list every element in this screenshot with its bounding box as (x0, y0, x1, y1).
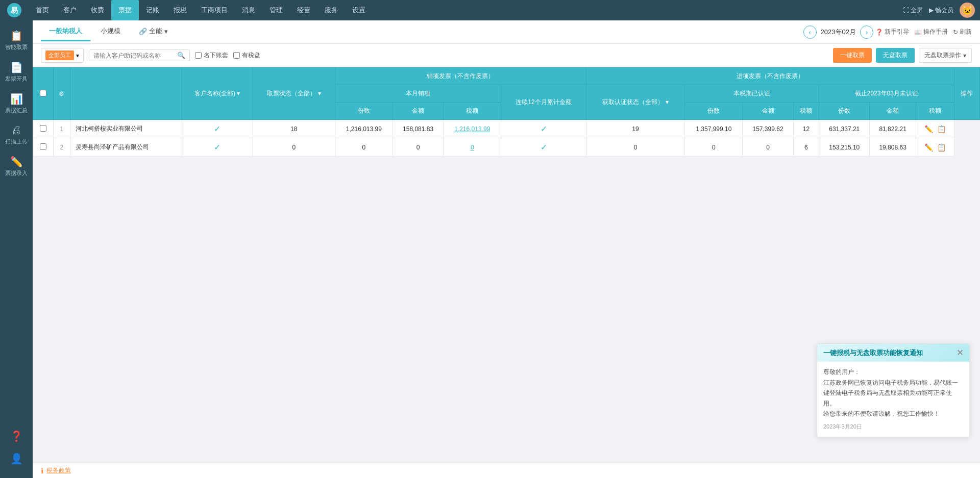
footer-bar[interactable]: ℹ 税务政策 (33, 463, 980, 478)
row-actions-0: ✏️ 📋 (916, 120, 954, 138)
sidebar-item-ticket-summary[interactable]: 📊 票据汇总 (0, 88, 33, 119)
th-cert-status[interactable]: 获取认证状态（全部） ▾ (586, 85, 685, 120)
has-disk-check[interactable] (233, 52, 240, 59)
toolbar: 全部员工 ▾ 🔍 名下账套 有税盘 一键取票 无盘取票 无盘取票操作 ▾ (33, 44, 980, 67)
table-row: 1 河北柯搭桉实业有限公司 ✓ 18 1,216,013.99 158,081.… (33, 120, 980, 138)
th-unrec-amount: 金额 (870, 103, 916, 120)
next-month-btn[interactable]: › (860, 26, 873, 39)
oneclick-btn[interactable]: 一键取票 (833, 48, 872, 63)
tab-actions: ❓ 新手引导 📖 操作手册 ↻ 刷新 (875, 28, 972, 36)
search-box[interactable]: 🔍 (89, 49, 190, 61)
ticket-entry-icon: ✏️ (10, 156, 23, 168)
th-sales-tax: 税额 (444, 103, 501, 120)
th-rec-tax: 税额 (793, 103, 819, 120)
row-unrec-tax-0: 81,822.21 (870, 120, 916, 138)
nav-settings[interactable]: 设置 (345, 0, 373, 20)
app-logo: 易 (5, 1, 23, 19)
sidebar-item-invoice-open[interactable]: 📄 发票开具 (0, 56, 33, 88)
copy-btn-0[interactable]: 📋 (937, 125, 946, 133)
th-month-sales: 本月销项 (335, 85, 501, 103)
row-unrec-count-1: 6 (793, 138, 819, 157)
row-customer-1: 灵寿县尚泽矿产品有限公司 (70, 138, 182, 157)
row-cumulative-0[interactable]: 1,216,013.99 (444, 120, 501, 138)
sidebar-item-ticket-entry[interactable]: ✏️ 票据录入 (0, 150, 33, 182)
smart-ticket-icon: 📋 (10, 30, 23, 42)
notification-popup: 一键报税与无盘取票功能恢复通知 ✕ 尊敬的用户： 江苏政务网已恢复访问电子税务局… (817, 343, 970, 437)
scan-upload-icon: 🖨 (11, 124, 21, 136)
checkbox-has-disk[interactable]: 有税盘 (233, 51, 260, 60)
notification-header: 一键报税与无盘取票功能恢复通知 ✕ (817, 344, 969, 362)
row-sales-tax-1: 0 (393, 138, 443, 157)
manual-btn[interactable]: 📖 操作手册 (914, 28, 948, 36)
new-guide-btn[interactable]: ❓ 新手引导 (875, 28, 909, 36)
row-check-1[interactable] (33, 138, 54, 157)
tab-general-taxpayer[interactable]: 一般纳税人 (41, 22, 90, 41)
checkbox-my-accounts[interactable]: 名下账套 (195, 51, 228, 60)
sidebar-help[interactable]: ❓ (8, 425, 25, 447)
vip-btn[interactable]: ▶ 畅会员 (929, 6, 953, 15)
filter-icon2: ▾ (318, 90, 321, 97)
nav-home[interactable]: 首页 (29, 0, 56, 20)
employee-tag: 全部员工 (45, 51, 74, 60)
my-accounts-check[interactable] (195, 52, 202, 59)
notification-text: 江苏政务网已恢复访问电子税务局功能，易代账一键登陆电子税务局与无盘取票相关功能可… (823, 378, 963, 409)
th-customer[interactable]: 客户名称(全部) ▾ (182, 68, 253, 120)
notification-close-btn[interactable]: ✕ (957, 348, 963, 358)
sidebar-item-smart-ticket[interactable]: 📋 智能取票 (0, 24, 33, 56)
select-all-check[interactable] (40, 90, 46, 96)
sidebar-item-scan-upload[interactable]: 🖨 扫描上传 (0, 119, 33, 150)
row-sales-count-1: 0 (253, 138, 335, 157)
row-cert-status-0: ✓ (501, 120, 586, 138)
row-customer-0: 河北柯搭桉实业有限公司 (70, 120, 182, 138)
th-unrecognized: 截止2023年03月未认证 (819, 85, 954, 103)
notification-date: 2023年3月20日 (823, 422, 963, 432)
all-icon: 🔗 (139, 28, 147, 35)
nav-operation[interactable]: 经营 (290, 0, 317, 20)
th-unrec-tax: 税额 (916, 103, 954, 120)
nav-customer[interactable]: 客户 (56, 0, 84, 20)
th-rec-amount: 金额 (743, 103, 793, 120)
nav-bookkeeping[interactable]: 记账 (139, 0, 166, 20)
row-cumulative-1[interactable]: 0 (444, 138, 501, 157)
main-table: ⚙ 客户名称(全部) ▾ 取票状态（全部） ▾ 销项发票（不含作废票） 进项发票… (33, 67, 980, 157)
nav-invoice[interactable]: 票据 (111, 0, 139, 20)
row-check-0[interactable] (33, 120, 54, 138)
edit-btn-1[interactable]: ✏️ (924, 143, 933, 152)
employee-filter[interactable]: 全部员工 ▾ (41, 48, 84, 63)
chevron-down-icon: ▾ (76, 52, 79, 59)
top-nav-right: ⛶ 全屏 ▶ 畅会员 🐱 (903, 3, 975, 18)
nav-business[interactable]: 工商项目 (194, 0, 235, 20)
nav-message[interactable]: 消息 (235, 0, 262, 20)
row-sales-count-0: 18 (253, 120, 335, 138)
edit-btn-0[interactable]: ✏️ (924, 125, 933, 133)
row-sales-amount-1: 0 (335, 138, 393, 157)
row-unrec-amount-0: 631,337.21 (819, 120, 870, 138)
tab-all[interactable]: 🔗 全能 ▾ (131, 22, 176, 41)
copy-btn-1[interactable]: 📋 (937, 143, 946, 152)
nav-tax[interactable]: 报税 (166, 0, 194, 20)
row-unrec-amount-1: 153,215.10 (819, 138, 870, 157)
search-input[interactable] (93, 52, 175, 59)
nav-manage[interactable]: 管理 (262, 0, 290, 20)
tab-small-scale[interactable]: 小规模 (92, 22, 129, 41)
th-index (70, 68, 182, 120)
th-pickup-status[interactable]: 取票状态（全部） ▾ (253, 68, 335, 120)
nav-service[interactable]: 服务 (317, 0, 345, 20)
search-icon[interactable]: 🔍 (177, 52, 185, 59)
tax-policy-link[interactable]: 税务政策 (46, 466, 71, 475)
row-unrec-count-0: 12 (793, 120, 819, 138)
row-index-0: 1 (54, 120, 70, 138)
nodisk-ops-btn[interactable]: 无盘取票操作 ▾ (919, 48, 972, 63)
sidebar-user[interactable]: 👤 (8, 447, 25, 470)
user-avatar[interactable]: 🐱 (960, 3, 975, 18)
prev-month-btn[interactable]: ‹ (803, 26, 817, 39)
nodisk-btn[interactable]: 无盘取票 (876, 48, 915, 63)
refresh-btn[interactable]: ↻ 刷新 (953, 28, 972, 36)
row-index-1: 2 (54, 138, 70, 157)
tab-bar: 一般纳税人 小规模 🔗 全能 ▾ ‹ 2023年02月 › ❓ 新手引导 📖 操… (33, 20, 980, 44)
nav-fee[interactable]: 收费 (84, 0, 111, 20)
th-sales-count: 份数 (335, 103, 393, 120)
fullscreen-btn[interactable]: ⛶ 全屏 (903, 6, 923, 15)
chevron-down-icon: ▾ (963, 52, 966, 59)
th-config: ⚙ (54, 68, 70, 120)
